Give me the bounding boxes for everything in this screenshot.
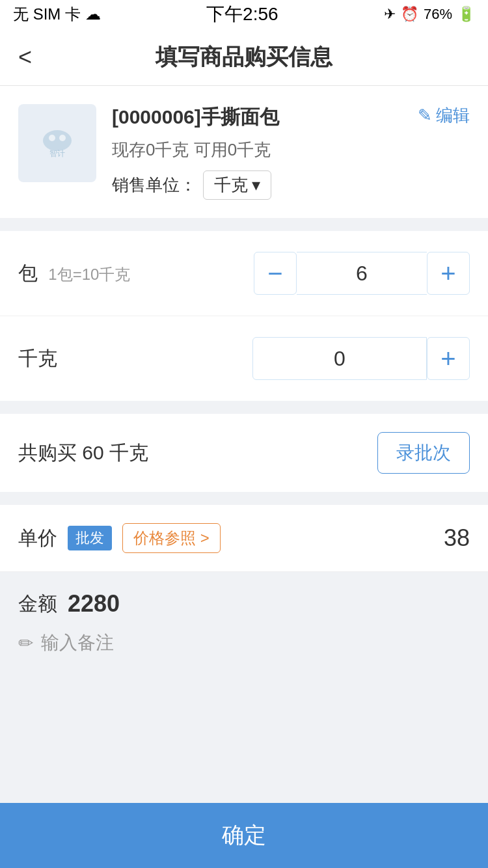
back-button[interactable]: <: [18, 44, 32, 71]
amount-value: 2280: [68, 590, 120, 617]
product-info: [0000006]手撕面包 现存0千克 可用0千克 销售单位： 千克 ▾: [112, 104, 470, 200]
sim-status: 无 SIM 卡 ☁: [13, 4, 101, 25]
confirm-bar[interactable]: 确定: [0, 803, 488, 868]
amount-label: 金额: [18, 591, 57, 617]
svg-text:智计: 智计: [49, 149, 65, 158]
bag-qty-control: − +: [254, 252, 470, 295]
kg-plus-button[interactable]: +: [427, 337, 470, 380]
status-bar: 无 SIM 卡 ☁ 下午2:56 ✈ ⏰ 76% 🔋: [0, 0, 488, 29]
input-section: 包 1包=10千克 − + 千克 +: [0, 231, 488, 401]
status-right: ✈ ⏰ 76% 🔋: [384, 6, 475, 23]
product-section: 智计 [0000006]手撕面包 现存0千克 可用0千克 销售单位： 千克 ▾ …: [0, 86, 488, 218]
kg-qty-input[interactable]: [252, 337, 427, 380]
location-icon: ✈: [384, 6, 396, 23]
amount-row: 金额 2280: [18, 590, 470, 617]
price-row: 单价 批发 价格参照 > 38: [18, 523, 470, 553]
edit-button[interactable]: ✎ 编辑: [418, 104, 470, 127]
price-label: 单价: [18, 525, 57, 552]
unit-label: 销售单位：: [112, 174, 197, 197]
product-unit-row: 销售单位： 千克 ▾: [112, 170, 470, 200]
alarm-icon: ⏰: [401, 6, 418, 23]
status-time: 下午2:56: [206, 2, 278, 27]
page-title: 填写商品购买信息: [156, 42, 332, 72]
bag-minus-button[interactable]: −: [254, 252, 297, 295]
bag-sub-label: 1包=10千克: [48, 265, 130, 283]
bag-qty-input[interactable]: [297, 252, 427, 295]
pencil-icon: ✏: [18, 632, 33, 654]
product-name: [0000006]手撕面包: [112, 104, 470, 131]
kg-input-row: 千克 +: [0, 316, 488, 401]
status-left: 无 SIM 卡 ☁: [13, 4, 101, 25]
summary-section: 共购买 60 千克 录批次: [0, 414, 488, 492]
bag-label: 包 1包=10千克: [18, 260, 254, 287]
edit-icon: ✎: [418, 105, 432, 126]
summary-text: 共购买 60 千克: [18, 440, 148, 467]
svg-point-2: [59, 135, 66, 141]
svg-point-0: [43, 130, 72, 151]
product-stock: 现存0千克 可用0千克: [112, 139, 470, 161]
price-section: 单价 批发 价格参照 > 38: [0, 505, 488, 572]
confirm-button[interactable]: 确定: [222, 821, 266, 850]
battery-level: 76%: [424, 6, 452, 23]
price-value: 38: [444, 524, 470, 552]
unit-select[interactable]: 千克 ▾: [203, 170, 271, 200]
price-badge: 批发: [68, 526, 112, 550]
price-ref-button[interactable]: 价格参照 >: [122, 523, 221, 553]
amount-section: 金额 2280 ✏ 输入备注: [0, 572, 488, 673]
kg-qty-control: +: [252, 337, 470, 380]
bag-input-row: 包 1包=10千克 − +: [0, 231, 488, 316]
svg-point-1: [49, 135, 55, 141]
note-placeholder: 输入备注: [41, 631, 114, 655]
nav-bar: < 填写商品购买信息: [0, 29, 488, 86]
battery-icon: 🔋: [457, 6, 475, 23]
batch-button[interactable]: 录批次: [377, 432, 470, 474]
edit-label: 编辑: [436, 104, 470, 127]
product-image: 智计: [18, 104, 96, 182]
kg-label: 千克: [18, 346, 252, 372]
product-logo-icon: 智计: [38, 124, 77, 163]
unit-value: 千克: [214, 174, 248, 197]
unit-chevron-icon: ▾: [252, 175, 260, 195]
note-row[interactable]: ✏ 输入备注: [18, 631, 470, 655]
bag-plus-button[interactable]: +: [427, 252, 470, 295]
